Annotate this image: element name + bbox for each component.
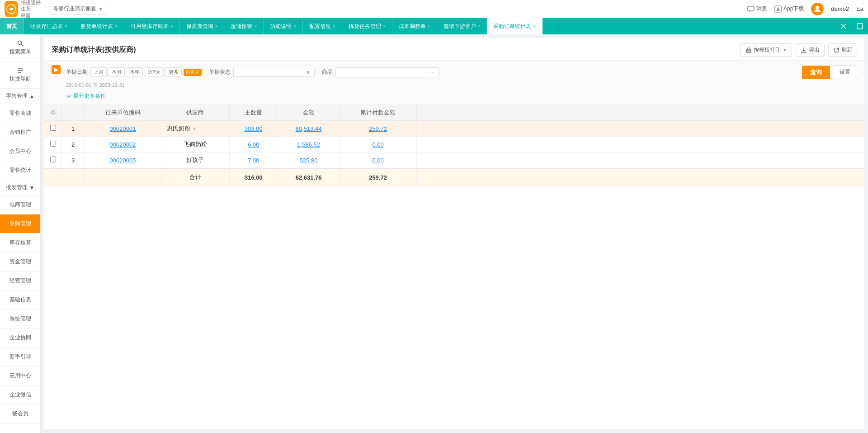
sidebar-item-operations[interactable]: 经营管理 bbox=[0, 271, 40, 290]
sidebar-item-search[interactable]: 搜索菜单 bbox=[0, 34, 40, 62]
tab-order-summary[interactable]: 要货单统计表 × bbox=[74, 18, 124, 34]
tab-purchase-summary-label: 采购订单统计表 bbox=[493, 23, 531, 30]
sidebar-item-retail-stats[interactable]: 零售统计 bbox=[0, 161, 40, 180]
tab-expiry-query[interactable]: 保质期查询 × bbox=[180, 18, 225, 34]
page-header: 采购订单统计表(按供应商) 按模板打印 ▼ 导出 刷新 bbox=[44, 38, 864, 61]
tab-overstock-warning[interactable]: 超储预警 × bbox=[224, 18, 264, 34]
message-action[interactable]: 消息 bbox=[747, 5, 767, 13]
sidebar-item-wholesale[interactable]: 批发管理 ▼ bbox=[0, 180, 40, 195]
sidebar-item-apps[interactable]: 应用中心 bbox=[0, 366, 40, 385]
sidebar-item-wechat[interactable]: 企业微信 bbox=[0, 385, 40, 404]
date-btn-this-year[interactable]: 本年 bbox=[127, 67, 143, 77]
tab-cost-adjust[interactable]: 成本调整单 × bbox=[392, 18, 437, 34]
tab-pick-task-close[interactable]: × bbox=[383, 24, 386, 29]
th-supplier: 供应商 bbox=[161, 105, 230, 121]
tab-order-summary-close[interactable]: × bbox=[115, 24, 118, 29]
footer-label: 合计 bbox=[161, 168, 230, 186]
sidebar-item-vip[interactable]: 畅会员 bbox=[0, 404, 40, 423]
tab-invite-downstream[interactable]: 邀请下游客户 × bbox=[437, 18, 487, 34]
sidebar-item-quicknav-label: 快捷导航 bbox=[9, 75, 31, 83]
sidebar-item-operations-label: 经营管理 bbox=[9, 277, 31, 285]
row1-checkbox[interactable] bbox=[50, 125, 56, 131]
tab-function-desc[interactable]: 功能说明 × bbox=[264, 18, 303, 34]
app-download-action[interactable]: App下载 bbox=[774, 5, 804, 13]
username-label[interactable]: demo2 bbox=[831, 5, 849, 12]
tab-pick-task[interactable]: 拣货任务管理 × bbox=[342, 18, 392, 34]
tab-home[interactable]: 首页 bbox=[0, 18, 24, 34]
sidebar-item-basics[interactable]: 基础信息 bbox=[0, 290, 40, 309]
expand-filter-button[interactable]: 展开更多条件 bbox=[66, 92, 857, 100]
refresh-button[interactable]: 刷新 bbox=[828, 43, 857, 57]
row1-num: 1 bbox=[62, 121, 85, 137]
row2-checkbox[interactable] bbox=[50, 141, 56, 147]
tab-config-info-close[interactable]: × bbox=[333, 24, 335, 29]
gear-icon[interactable] bbox=[50, 109, 56, 115]
row2-check[interactable] bbox=[44, 137, 62, 152]
goods-more-icon[interactable]: ··· bbox=[430, 69, 434, 76]
sidebar-item-retail-shop[interactable]: 零售商城 bbox=[0, 104, 40, 123]
row1-check[interactable] bbox=[44, 121, 62, 137]
row3-check[interactable] bbox=[44, 152, 62, 169]
sidebar-item-member-label: 会员中心 bbox=[9, 148, 31, 155]
sidebar-item-enterprise[interactable]: 企业协同 bbox=[0, 328, 40, 347]
search-icon bbox=[17, 40, 24, 47]
logo-area: 畅捷通好生意 标题 bbox=[5, 0, 45, 19]
tab-maximize-button[interactable] bbox=[852, 18, 868, 34]
sidebar-item-finance[interactable]: 资金管理 bbox=[0, 252, 40, 271]
sidebar-item-retail-label: 零售管理 bbox=[6, 92, 28, 100]
date-btn-last-month[interactable]: 上月 bbox=[90, 67, 107, 77]
query-button[interactable]: 查询 bbox=[802, 66, 830, 79]
tab-invite-downstream-close[interactable]: × bbox=[478, 24, 481, 29]
date-btn-more[interactable]: 更多 bbox=[165, 67, 182, 77]
row1-expand-icon[interactable]: ▼ bbox=[192, 126, 197, 131]
sidebar-item-apps-label: 应用中心 bbox=[9, 372, 31, 380]
export-button[interactable]: 导出 bbox=[796, 43, 825, 57]
tab-available-inventory[interactable]: 可用量库存账本 × bbox=[124, 18, 180, 34]
tab-cost-adjust-label: 成本调整单 bbox=[399, 23, 426, 30]
status-select[interactable]: ▼ bbox=[233, 68, 315, 77]
header-actions: 按模板打印 ▼ 导出 刷新 bbox=[741, 43, 857, 57]
date-custom-badge: 自定义 bbox=[184, 69, 202, 76]
workspace-selector[interactable]: 母婴行业演示账套 ▼ bbox=[49, 3, 107, 15]
print-button[interactable]: 按模板打印 ▼ bbox=[741, 43, 792, 57]
sidebar-item-purchase[interactable]: 采购管理 bbox=[0, 214, 40, 233]
sidebar-item-ecommerce[interactable]: 电商管理 bbox=[0, 195, 40, 214]
sidebar-item-marketing[interactable]: 营销推广 bbox=[0, 123, 40, 142]
tab-purchase-summary[interactable]: 采购订单统计表 × bbox=[487, 18, 542, 34]
sidebar-item-purchase-label: 采购管理 bbox=[9, 220, 31, 228]
tab-expiry-query-label: 保质期查询 bbox=[186, 23, 213, 30]
tab-close-all-button[interactable] bbox=[835, 18, 852, 34]
tab-overstock-warning-close[interactable]: × bbox=[254, 24, 257, 29]
settings-button[interactable]: 设置 bbox=[833, 65, 857, 79]
date-btn-this-month[interactable]: 本月 bbox=[108, 67, 125, 77]
sidebar-item-marketing-label: 营销推广 bbox=[9, 128, 31, 136]
tab-config-info[interactable]: 配置信息 × bbox=[303, 18, 342, 34]
sidebar-item-member[interactable]: 会员中心 bbox=[0, 142, 40, 161]
sidebar-item-system[interactable]: 系统管理 bbox=[0, 309, 40, 328]
row3-extra bbox=[416, 152, 864, 169]
goods-input[interactable] bbox=[340, 69, 430, 76]
tab-receive-send-close[interactable]: × bbox=[65, 24, 67, 29]
tab-receive-send[interactable]: 收发存汇总表 × bbox=[24, 18, 74, 34]
tab-cost-adjust-close[interactable]: × bbox=[428, 24, 430, 29]
tab-available-inventory-close[interactable]: × bbox=[170, 24, 173, 29]
date-range-display: 2016-01-01 至 2023-12-31 bbox=[66, 82, 125, 89]
row1-qty: 303.00 bbox=[229, 121, 278, 137]
sidebar-item-quicknav[interactable]: 快捷导航 bbox=[0, 62, 40, 89]
tab-config-info-label: 配置信息 bbox=[309, 23, 331, 30]
sidebar-item-retail[interactable]: 零售管理 ▲ bbox=[0, 89, 40, 104]
footer-extra bbox=[416, 168, 864, 186]
filter-toggle-button[interactable]: ▶ bbox=[52, 65, 61, 74]
row2-code: 00020002 bbox=[85, 137, 161, 152]
th-paid: 累计付款金额 bbox=[340, 105, 416, 121]
row3-checkbox[interactable] bbox=[50, 157, 56, 162]
sidebar-item-newbie[interactable]: 新手引导 bbox=[0, 347, 40, 366]
main-layout: 搜索菜单 快捷导航 零售管理 ▲ 零售商城 营销推广 会员中心 零售统计 批发管… bbox=[0, 34, 868, 433]
sidebar-item-newbie-label: 新手引导 bbox=[9, 353, 31, 361]
tab-function-desc-close[interactable]: × bbox=[293, 24, 296, 29]
export-label: 导出 bbox=[809, 46, 820, 54]
sidebar-item-inventory[interactable]: 库存核算 bbox=[0, 233, 40, 252]
tab-expiry-query-close[interactable]: × bbox=[215, 24, 218, 29]
tab-purchase-summary-close[interactable]: × bbox=[533, 24, 536, 29]
date-btn-last7[interactable]: 近7天 bbox=[145, 67, 164, 77]
